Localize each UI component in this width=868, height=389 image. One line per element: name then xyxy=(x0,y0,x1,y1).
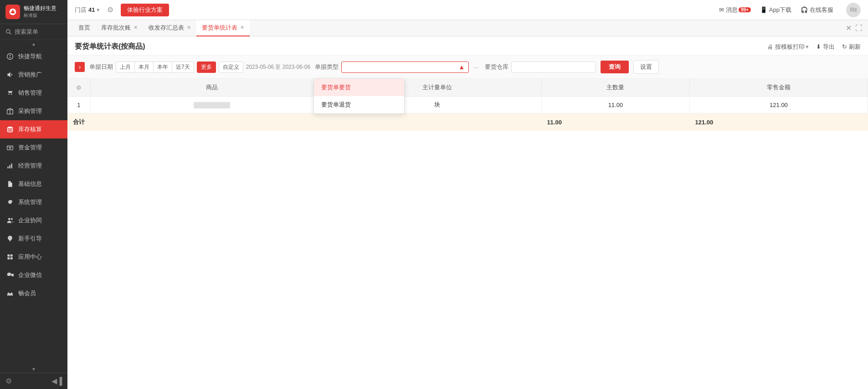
period-more-btn[interactable]: 更多 xyxy=(197,61,216,73)
table-header-row: ⚙ 商品 主计量单位 主数量 零售金额 xyxy=(67,79,868,97)
warehouse-input[interactable] xyxy=(511,61,596,73)
tab-recv-summary[interactable]: 收发存汇总表 ✕ xyxy=(143,20,196,36)
period-last-month[interactable]: 上月 xyxy=(116,61,134,73)
sidebar-item-marketing[interactable]: 营销推广 xyxy=(0,66,67,84)
set-btn[interactable]: 设置 xyxy=(633,60,659,74)
date-filter-group: 单据日期 上月 本月 本年 近7天 更多 自定义 2023-05-06 至 20… xyxy=(89,61,310,73)
sidebar-item-label: 系统管理 xyxy=(18,198,42,206)
svg-rect-12 xyxy=(9,165,10,168)
sidebar-item-operations[interactable]: 经营管理 xyxy=(0,157,67,175)
tab-recv-summary-label: 收发存汇总表 xyxy=(149,24,184,32)
period-btns: 上月 本月 本年 近7天 xyxy=(116,61,194,73)
user-avatar[interactable]: Rit xyxy=(846,3,861,17)
table-body: 1 块 11.00 121.00 xyxy=(67,97,868,113)
type-select-arrow[interactable]: ▲ xyxy=(455,63,468,71)
refresh-btn[interactable]: ↻ 刷新 xyxy=(840,43,861,51)
wechat-icon xyxy=(5,271,15,280)
tab-stock-batch[interactable]: 库存批次账 ✕ xyxy=(96,20,143,36)
svg-rect-13 xyxy=(11,164,12,168)
topbar-left: 门店 41 ▾ ⚙ 体验行业方案 xyxy=(75,4,719,16)
col-unit-label: 主计量单位 xyxy=(422,84,452,91)
message-badge: 99+ xyxy=(739,7,751,12)
sidebar-scroll-up[interactable]: ▲ xyxy=(0,40,67,47)
store-name-label: 门店 xyxy=(75,6,87,14)
col-settings: ⚙ xyxy=(67,79,90,97)
service-icon: 🎧 xyxy=(801,6,808,13)
sidebar-item-wechat[interactable]: 企业微信 xyxy=(0,266,67,284)
svg-marker-3 xyxy=(9,54,10,56)
sidebar-item-label: 新手引导 xyxy=(18,235,42,243)
export-label: 导出 xyxy=(823,43,835,51)
sidebar-collapse-icon[interactable]: ◀▐ xyxy=(51,377,62,385)
sidebar-item-quicknav[interactable]: 快捷导航 xyxy=(0,47,67,66)
svg-marker-4 xyxy=(9,57,10,59)
row-product xyxy=(90,97,333,113)
settings-footer-icon[interactable]: ⚙ xyxy=(5,377,12,385)
period-7days[interactable]: 近7天 xyxy=(172,61,194,73)
sidebar-item-collaboration[interactable]: 企业协同 xyxy=(0,211,67,230)
messages-btn[interactable]: ✉ 消息 99+ xyxy=(719,6,751,14)
app-logo-icon xyxy=(5,5,20,19)
sidebar-item-label: 资金管理 xyxy=(18,143,42,152)
svg-rect-11 xyxy=(7,167,8,169)
grid-icon xyxy=(5,252,15,261)
data-table: ⚙ 商品 主计量单位 主数量 零售金额 xyxy=(67,79,868,131)
row-amount: 121.00 xyxy=(689,97,868,113)
trial-btn[interactable]: 体验行业方案 xyxy=(121,4,169,16)
tabs-maximize-icon[interactable]: ⛶ xyxy=(855,24,863,32)
sidebar-item-purchase[interactable]: 采购管理 xyxy=(0,102,67,120)
tab-stock-batch-close[interactable]: ✕ xyxy=(134,25,138,31)
sidebar-item-guide[interactable]: 新手引导 xyxy=(0,230,67,248)
app-name: 畅捷通好生意 xyxy=(24,5,56,12)
filter-dots-btn[interactable]: ··· xyxy=(472,62,480,72)
filter-expand-btn[interactable]: › xyxy=(75,62,85,72)
sidebar-search[interactable]: 搜索菜单 xyxy=(0,24,67,40)
topbar-gear-icon[interactable]: ⚙ xyxy=(107,5,113,14)
type-select-input[interactable] xyxy=(342,62,455,72)
refresh-icon: ↻ xyxy=(842,43,847,50)
database-icon xyxy=(5,125,15,134)
tab-order-stats[interactable]: 要货单统计表 ✕ xyxy=(196,20,250,36)
col-product-label: 商品 xyxy=(206,84,218,91)
tab-home[interactable]: 首页 xyxy=(73,20,96,36)
page-header: 要货单统计表(按商品) 🖨 按模板打印 ▾ ⬇ 导出 ↻ 刷新 xyxy=(67,36,868,56)
tab-recv-summary-close[interactable]: ✕ xyxy=(187,25,191,31)
topbar: 门店 41 ▾ ⚙ 体验行业方案 ✉ 消息 99+ 📱 App下载 🎧 在线客服 xyxy=(67,0,868,20)
store-selector[interactable]: 门店 41 ▾ xyxy=(75,6,100,14)
sidebar-logo: 畅捷通好生意 标准版 xyxy=(0,0,67,24)
sidebar-item-label: 经营管理 xyxy=(18,162,42,170)
dropdown-item-order[interactable]: 要货单要货 xyxy=(314,79,404,96)
product-placeholder xyxy=(194,102,230,108)
export-btn[interactable]: ⬇ 导出 xyxy=(814,43,835,51)
sidebar-scroll-down[interactable]: ▼ xyxy=(0,365,67,373)
tab-order-stats-close[interactable]: ✕ xyxy=(240,25,244,31)
sidebar-item-inventory[interactable]: 库存核算 xyxy=(0,120,67,138)
app-download-btn[interactable]: 📱 App下载 xyxy=(760,6,791,14)
online-service-btn[interactable]: 🎧 在线客服 xyxy=(801,6,833,14)
table-row: 1 块 11.00 121.00 xyxy=(67,97,868,113)
sidebar-item-membership[interactable]: 畅会员 xyxy=(0,284,67,302)
period-this-year[interactable]: 本年 xyxy=(153,61,172,73)
sidebar-item-label: 基础信息 xyxy=(18,180,42,188)
table-settings-icon[interactable]: ⚙ xyxy=(76,84,82,91)
print-btn[interactable]: 🖨 按模板打印 ▾ xyxy=(765,43,809,51)
crown-icon xyxy=(5,289,15,298)
period-this-month[interactable]: 本月 xyxy=(134,61,153,73)
sidebar-item-appcenter[interactable]: 应用中心 xyxy=(0,248,67,266)
sidebar-item-label: 企业微信 xyxy=(18,271,42,279)
query-btn[interactable]: 查询 xyxy=(601,61,629,73)
sidebar-item-system[interactable]: 系统管理 xyxy=(0,193,67,211)
search-menu-label: 搜索菜单 xyxy=(15,28,38,36)
app-download-label: App下载 xyxy=(769,6,791,14)
sidebar-item-basic-info[interactable]: 基础信息 xyxy=(0,175,67,193)
svg-rect-21 xyxy=(10,257,13,260)
dropdown-item-return[interactable]: 要货单退货 xyxy=(314,96,404,113)
tabs-close-all-icon[interactable]: ✕ xyxy=(846,24,852,32)
sidebar-item-finance[interactable]: 资金管理 xyxy=(0,138,67,157)
date-filter-label: 单据日期 xyxy=(89,63,113,71)
type-select-wrapper: ▲ xyxy=(341,61,469,73)
filter-bar: › 单据日期 上月 本月 本年 近7天 更多 自定义 2023-05-06 至 … xyxy=(67,56,868,79)
sidebar-item-sales[interactable]: 销售管理 xyxy=(0,84,67,102)
period-custom-btn[interactable]: 自定义 xyxy=(219,61,243,73)
footer-amount: 121.00 xyxy=(689,113,868,131)
